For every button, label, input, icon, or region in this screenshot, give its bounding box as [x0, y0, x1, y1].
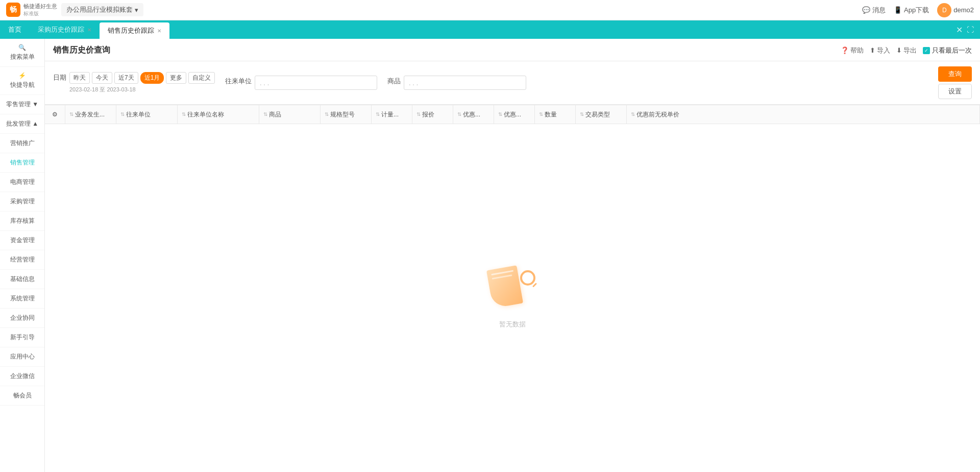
sidebar-item-sales[interactable]: 销售管理: [0, 153, 44, 173]
export-button[interactable]: ⬇ 导出: [896, 46, 917, 55]
sidebar-item-guide[interactable]: 新手引导: [0, 328, 44, 347]
main-layout: 🔍 搜索菜单 ⚡ 快捷导航 零售管理 ▼ 批发管理 ▲ 营销推广 销售管理 电商…: [0, 39, 980, 472]
th-price[interactable]: ⇅ 报价: [412, 105, 453, 124]
th-unit-name[interactable]: ⇅ 往来单位名称: [178, 105, 259, 124]
tab-purchase-close[interactable]: ✕: [87, 27, 91, 33]
th-discount1[interactable]: ⇅ 优惠...: [453, 105, 494, 124]
sort-icon-goods: ⇅: [263, 112, 267, 117]
checkbox-icon: ✓: [923, 47, 930, 54]
th-discount2[interactable]: ⇅ 优惠...: [494, 105, 535, 124]
sort-icon-disc1: ⇅: [457, 112, 461, 117]
sidebar-item-basic[interactable]: 基础信息: [0, 270, 44, 289]
sidebar-item-wechat[interactable]: 企业微信: [0, 367, 44, 386]
sort-icon-date: ⇅: [69, 112, 74, 117]
chevron-down-icon: ▾: [135, 6, 138, 14]
partner-placeholder: ...: [259, 78, 271, 87]
sort-icon-spec: ⇅: [325, 112, 329, 117]
gear-icon: ⚙: [52, 111, 58, 118]
sidebar-item-ecommerce[interactable]: 电商管理: [0, 173, 44, 192]
page-title-row: 销售历史价查询 ❓ 帮助 ⬆ 导入 ⬇ 导出 ✓: [53, 45, 972, 56]
tab-purchase-label: 采购历史价跟踪: [38, 25, 84, 34]
sidebar-item-purchase[interactable]: 采购管理: [0, 192, 44, 211]
header-actions: ❓ 帮助 ⬆ 导入 ⬇ 导出 ✓ 只看最后一次: [841, 46, 972, 55]
sidebar-label-ecommerce: 电商管理: [10, 178, 35, 186]
sidebar-label-retail: 零售管理 ▼: [6, 100, 38, 109]
query-button[interactable]: 查询: [938, 66, 972, 82]
sidebar-label-operations: 经营管理: [10, 255, 35, 264]
tab-home[interactable]: 首页: [0, 20, 30, 39]
tab-sales-label: 销售历史价跟踪: [108, 26, 154, 35]
th-trade-label: 交易类型: [585, 110, 610, 119]
sidebar-label-wechat: 企业微信: [10, 372, 35, 381]
top-bar-right: 💬 消息 📱 App下载 D demo2: [862, 3, 974, 17]
tab-sales[interactable]: 销售历史价跟踪 ✕: [100, 22, 169, 39]
sidebar-item-member[interactable]: 畅会员: [0, 386, 44, 406]
sidebar-label-search: 搜索菜单: [10, 53, 35, 61]
th-measure-unit[interactable]: ⇅ 计量...: [372, 105, 412, 124]
th-trade-type[interactable]: ⇅ 交易类型: [576, 105, 627, 124]
tab-sales-close[interactable]: ✕: [157, 28, 161, 34]
tab-bar-expand[interactable]: ⛶: [967, 26, 974, 34]
message-label: 消息: [872, 6, 886, 15]
th-spec[interactable]: ⇅ 规格型号: [321, 105, 372, 124]
sidebar-item-enterprise[interactable]: 企业协同: [0, 309, 44, 328]
logo-icon: 畅: [6, 3, 20, 17]
app-download-button[interactable]: 📱 App下载: [894, 6, 929, 15]
logo-text-block: 畅捷通好生意 标准版: [23, 3, 57, 17]
tab-bar: 首页 采购历史价跟踪 ✕ 销售历史价跟踪 ✕ ✕ ⛶: [0, 20, 980, 39]
sidebar-item-apps[interactable]: 应用中心: [0, 347, 44, 367]
date-btn-custom[interactable]: 自定义: [188, 72, 215, 84]
import-button[interactable]: ⬆ 导入: [870, 46, 890, 55]
sidebar-label-marketing: 营销推广: [10, 139, 35, 148]
sidebar-item-operations[interactable]: 经营管理: [0, 250, 44, 270]
sidebar-item-shortcut[interactable]: ⚡ 快捷导航: [0, 67, 44, 95]
date-btn-7days[interactable]: 近7天: [114, 72, 138, 84]
date-btn-yesterday[interactable]: 昨天: [69, 72, 90, 84]
th-tax-price[interactable]: ⇅ 优惠前无税单价: [627, 105, 980, 124]
sidebar-item-marketing[interactable]: 营销推广: [0, 134, 44, 153]
th-unit-code[interactable]: ⇅ 往来单位: [116, 105, 178, 124]
date-btn-1month[interactable]: 近1月: [140, 72, 164, 84]
sidebar-label-sales: 销售管理: [10, 158, 35, 167]
sidebar-item-finance[interactable]: 资金管理: [0, 231, 44, 250]
app-selector[interactable]: 办公用品行业模拟账套 ▾: [61, 3, 143, 16]
sidebar-label-system: 系统管理: [10, 294, 35, 303]
logo-area: 畅 畅捷通好生意 标准版: [6, 3, 57, 17]
sidebar-item-wholesale[interactable]: 批发管理 ▲: [0, 114, 44, 134]
th-qty[interactable]: ⇅ 数量: [535, 105, 576, 124]
date-btn-more[interactable]: 更多: [166, 72, 186, 84]
partner-input[interactable]: ...: [255, 76, 377, 90]
export-label: 导出: [903, 46, 917, 55]
sidebar-item-inventory[interactable]: 库存核算: [0, 211, 44, 231]
sidebar-label-guide: 新手引导: [10, 333, 35, 342]
table-area: ⚙ ⇅ 业务发生... ⇅ 往来单位 ⇅ 往来单位名称 ⇅ 商品: [45, 105, 980, 472]
th-date-label: 业务发生...: [75, 110, 105, 119]
sidebar-label-apps: 应用中心: [10, 352, 35, 361]
user-profile[interactable]: D demo2: [937, 3, 974, 17]
import-label: 导入: [877, 46, 890, 55]
help-label: 帮助: [850, 46, 864, 55]
last-only-checkbox[interactable]: ✓ 只看最后一次: [923, 46, 972, 55]
sidebar-item-system[interactable]: 系统管理: [0, 289, 44, 309]
message-button[interactable]: 💬 消息: [862, 6, 886, 15]
date-btn-today[interactable]: 今天: [92, 72, 112, 84]
help-button[interactable]: ❓ 帮助: [841, 46, 864, 55]
th-goods[interactable]: ⇅ 商品: [259, 105, 321, 124]
th-gear[interactable]: ⚙: [45, 105, 65, 124]
sidebar-item-retail[interactable]: 零售管理 ▼: [0, 95, 44, 114]
tab-purchase[interactable]: 采购历史价跟踪 ✕: [30, 20, 100, 39]
th-tax-price-label: 优惠前无税单价: [636, 110, 679, 119]
th-unit-label: 计量...: [381, 110, 399, 119]
tab-bar-close-all[interactable]: ✕: [956, 25, 963, 35]
th-qty-label: 数量: [545, 110, 557, 119]
sort-icon-disc2: ⇅: [498, 112, 502, 117]
th-date[interactable]: ⇅ 业务发生...: [65, 105, 116, 124]
th-unit-code-label: 往来单位: [126, 110, 151, 119]
import-icon: ⬆: [870, 46, 875, 54]
goods-input[interactable]: ...: [404, 76, 526, 90]
download-icon: 📱: [894, 6, 902, 14]
sidebar-item-search[interactable]: 🔍 搜索菜单: [0, 39, 44, 67]
setting-button[interactable]: 设置: [938, 84, 972, 99]
goods-filter: 商品 ...: [387, 76, 526, 90]
sidebar-label-purchase: 采购管理: [10, 197, 35, 206]
